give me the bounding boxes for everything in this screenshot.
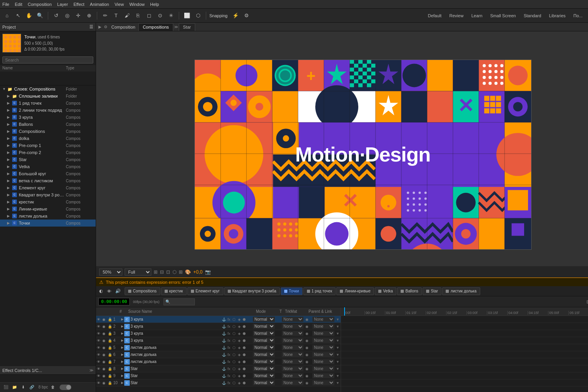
tool-camera[interactable]: ◎ <box>62 11 72 20</box>
tool-rotate[interactable]: ↺ <box>51 11 61 20</box>
toggle-guides-btn[interactable]: ⊟ <box>160 269 164 275</box>
tool-puppet[interactable]: ✳ <box>166 11 176 20</box>
layer-eye-1[interactable]: 👁 <box>96 318 102 321</box>
tool-arrow[interactable]: ↖ <box>13 11 23 20</box>
timeline-search-input[interactable] <box>163 298 195 305</box>
layer-mode-select-6[interactable]: Normal <box>253 352 275 357</box>
layer-icon-3d-9[interactable]: ⬢ <box>242 374 247 378</box>
layer-icon-motion-3[interactable]: ⬡ <box>232 331 236 336</box>
viewer-tab-compositions[interactable]: Compositions <box>138 23 173 31</box>
layer-mode-select-4[interactable]: Normal <box>253 338 275 343</box>
layer-icon-anchor-4[interactable]: ⚓ <box>221 338 226 343</box>
layer-trkmat-1[interactable]: None <box>281 317 305 322</box>
tl-expand-btn[interactable]: ⊞ <box>586 299 588 305</box>
menu-view[interactable]: View <box>114 2 124 7</box>
layer-lock-3[interactable]: 🔒 <box>107 332 113 336</box>
layer-icon-adj-8[interactable]: ◈ <box>237 367 241 371</box>
layer-solo-6[interactable]: ◉ <box>102 353 107 357</box>
workspace-small-screen[interactable]: Small Screen <box>487 13 519 19</box>
layer-eye-5[interactable]: 👁 <box>96 346 102 350</box>
layer-parent-2[interactable]: None <box>312 324 335 329</box>
tool-zoom[interactable]: 🔍 <box>35 11 45 20</box>
tool-shape1[interactable]: ⬜ <box>182 11 192 20</box>
layer-icon-anchor-10[interactable]: ⚓ <box>221 381 226 385</box>
layer-mode-9[interactable]: Normal <box>252 373 276 378</box>
layer-trkmat-select-5[interactable]: None <box>282 345 303 350</box>
layer-trkmat-select-8[interactable]: None <box>282 366 303 371</box>
timeline-tab-1riad[interactable]: 1 ряд точек <box>303 287 336 295</box>
layer-icon-fx-5[interactable]: fx <box>227 345 231 350</box>
layer-icon-motion-5[interactable]: ⬡ <box>232 345 236 350</box>
layer-lock-10[interactable]: 🔒 <box>107 381 113 385</box>
layer-parent-select-5[interactable]: None <box>312 345 334 350</box>
item-expand-7[interactable]: ▶ <box>7 129 11 133</box>
menu-edit[interactable]: Edit <box>15 2 22 7</box>
layer-parent-select-10[interactable]: None <box>312 380 334 385</box>
project-item-8[interactable]: ▶CdolkaCompos <box>0 135 96 142</box>
layer-mode-4[interactable]: Normal <box>252 338 276 343</box>
tool-anchor[interactable]: ⊕ <box>84 11 94 20</box>
layer-trkmat-select-6[interactable]: None <box>282 352 303 357</box>
layer-trkmat-select-10[interactable]: None <box>282 380 303 385</box>
toggle-3d-btn[interactable]: ⬡ <box>172 269 176 275</box>
project-search-input[interactable] <box>2 56 93 64</box>
project-item-11[interactable]: ▶CStarCompos <box>0 156 96 163</box>
layer-trkmat-select-3[interactable]: None <box>282 331 303 336</box>
toggle-switch[interactable] <box>60 385 71 390</box>
layer-row-8[interactable]: 👁 ◉ 🔒 8 ▶ C Star ⚓ fx ⬡ ◈ ⬢ Normal None … <box>96 365 341 372</box>
layer-trkmat-5[interactable]: None <box>281 345 305 350</box>
layer-icon-3d-4[interactable]: ⬢ <box>242 338 247 343</box>
layer-trkmat-3[interactable]: None <box>281 331 305 336</box>
layer-icon-fx-2[interactable]: fx <box>227 324 231 329</box>
tool-settings[interactable]: ⚙ <box>242 11 251 20</box>
item-expand-9[interactable]: ▶ <box>7 143 11 147</box>
layer-expand-3[interactable]: ▶ C 3 круга <box>120 331 221 336</box>
item-expand-15[interactable]: ▶ <box>7 186 11 190</box>
layer-row-10[interactable]: 👁 ◉ 🔒 10 ▶ C Star ⚓ fx ⬡ ◈ ⬢ Normal None… <box>96 379 341 387</box>
layer-parent-5[interactable]: None <box>312 345 335 350</box>
layer-icon-motion-2[interactable]: ⬡ <box>232 324 236 329</box>
layer-parent-select-2[interactable]: None <box>312 324 334 329</box>
layer-row-9[interactable]: 👁 ◉ 🔒 9 ▶ C Star ⚓ fx ⬡ ◈ ⬢ Normal None … <box>96 372 341 379</box>
layer-trkmat-select-9[interactable]: None <box>282 373 303 378</box>
layer-icon-3d-6[interactable]: ⬢ <box>242 352 247 357</box>
layer-icon-fx-8[interactable]: fx <box>227 367 231 371</box>
layer-trkmat-select-4[interactable]: None <box>282 338 303 343</box>
layer-icon-3d-3[interactable]: ⬢ <box>242 331 247 336</box>
layer-solo-1[interactable]: ◉ <box>102 318 107 321</box>
timeline-tab-linii[interactable]: Линии-кривые <box>336 287 374 295</box>
color-picker-btn[interactable]: 🎨 <box>185 269 191 275</box>
menu-animation[interactable]: Animation <box>90 2 109 7</box>
layer-eye-9[interactable]: 👁 <box>96 374 102 378</box>
project-item-1[interactable]: ▼📁Слоев: CompositionsFolder <box>0 85 96 93</box>
workspace-libraries[interactable]: Libraries <box>546 13 569 19</box>
layer-parent-select-7[interactable]: None <box>312 359 334 364</box>
layer-mode-3[interactable]: Normal <box>252 331 276 336</box>
timeline-tab-compositions[interactable]: Compositions <box>125 287 160 295</box>
snapshot-btn[interactable]: 📷 <box>205 269 211 275</box>
layer-parent-8[interactable]: None <box>312 366 335 371</box>
layer-trkmat-4[interactable]: None <box>281 338 305 343</box>
layer-trkmat-7[interactable]: None <box>281 359 305 364</box>
layer-mode-select-7[interactable]: Normal <box>253 359 275 364</box>
layer-parent-select-8[interactable]: None <box>312 366 334 371</box>
layer-parent-9[interactable]: None <box>312 373 335 378</box>
layer-solo-5[interactable]: ◉ <box>102 346 107 350</box>
channel-btn[interactable]: +0,0 <box>193 269 203 275</box>
layer-icon-anchor-2[interactable]: ⚓ <box>221 324 226 329</box>
layer-icon-motion-9[interactable]: ⬡ <box>232 374 236 378</box>
timeline-tab-vetka[interactable]: Vetka <box>375 287 396 295</box>
toggle-safe-btn[interactable]: ⊞ <box>179 269 183 275</box>
layer-icon-3d-2[interactable]: ⬢ <box>242 324 247 329</box>
new-composition-btn[interactable]: ⬛ <box>2 384 9 391</box>
layer-solo-8[interactable]: ◉ <box>102 367 107 371</box>
layer-icon-anchor-3[interactable]: ⚓ <box>221 331 226 336</box>
layer-eye-3[interactable]: 👁 <box>96 332 102 336</box>
layer-icon-3d-8[interactable]: ⬢ <box>242 367 247 371</box>
timeline-playhead[interactable] <box>344 307 345 316</box>
layer-solo-4[interactable]: ◉ <box>102 339 107 343</box>
layer-icon-fx-9[interactable]: fx <box>227 374 231 378</box>
layer-trkmat-6[interactable]: None <box>281 352 305 357</box>
tool-shape2[interactable]: ⬡ <box>193 11 203 20</box>
layer-icon-anchor-8[interactable]: ⚓ <box>221 367 226 371</box>
